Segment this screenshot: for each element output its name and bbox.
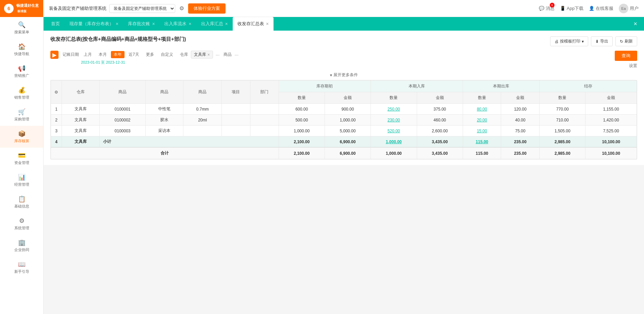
row-2-in-qty-link[interactable]: 230.00: [387, 118, 400, 122]
app-download-btn[interactable]: 📱 App下载: [560, 5, 583, 12]
filter-main: 记账日期 上月 本月 本年 近7天 更多 自定义 仓库 文: [63, 51, 607, 67]
sidebar-item-system[interactable]: ⚙ 系统管理: [0, 213, 43, 235]
total-out-amt: 235.00: [501, 147, 540, 159]
user-label: 用户: [630, 5, 639, 12]
print-btn[interactable]: 🖨 按模板打印 ▾: [550, 36, 588, 46]
sidebar-item-enterprise[interactable]: 🏢 企业协同: [0, 235, 43, 257]
total-closing-qty: 2,985.00: [540, 147, 585, 159]
tabbar: 首页 现存量（库存分布表） × 库存批次账 × 出入库流水 × 出入库汇总 × …: [44, 17, 644, 31]
row-2-closing-amt: 1,420.00: [585, 115, 637, 126]
row-3-goods-spec: [183, 126, 222, 136]
row-2-in-qty[interactable]: 230.00: [371, 115, 417, 126]
row-1-out-qty[interactable]: 80.00: [463, 104, 501, 115]
sidebar-item-label: 库存核算: [14, 138, 29, 144]
date-btn-this-month[interactable]: 本月: [96, 51, 110, 58]
subtotal-out-qty[interactable]: 115.00: [463, 136, 501, 148]
row-2-in-amt: 460.00: [417, 115, 463, 126]
setting-link[interactable]: 设置: [629, 63, 637, 69]
close-all-tabs-icon[interactable]: ×: [629, 20, 641, 28]
date-btn-more[interactable]: 更多: [143, 51, 157, 58]
row-1-in-qty[interactable]: 250.00: [371, 104, 417, 115]
subtotal-out-qty-link[interactable]: 115.00: [476, 139, 488, 144]
query-btn[interactable]: 查询: [615, 51, 637, 61]
col-project-header: 项目: [221, 81, 250, 104]
sales-icon: 💰: [18, 86, 26, 94]
tab-inventory-dist[interactable]: 现存量（库存分布表） ×: [65, 17, 123, 31]
warehouse-tag-label: 文具库: [194, 52, 206, 57]
tab-close-active-icon[interactable]: ×: [266, 21, 269, 27]
row-1-index: 1: [51, 104, 62, 115]
sidebar-item-inventory[interactable]: 📦 库存核算: [0, 126, 43, 148]
user-menu[interactable]: Ea 用户: [619, 4, 639, 13]
date-btn-7days[interactable]: 近7天: [126, 51, 142, 58]
sidebar-item-label: 快捷导航: [14, 51, 29, 56]
date-range-row: 2023-01-01 至 2023-12-31: [63, 60, 607, 65]
sidebar: 6 畅捷通好生意 标准版 🔍 搜索菜单 🏠 快捷导航 📢 营销推广 💰 销售管理…: [0, 0, 44, 314]
date-btn-last-month[interactable]: 上月: [81, 51, 95, 58]
sidebar-item-quick-nav[interactable]: 🏠 快捷导航: [0, 39, 43, 61]
tab-close-icon[interactable]: ×: [188, 21, 191, 27]
subtotal-index: 4: [51, 136, 62, 148]
date-filter: 记账日期 上月 本月 本年 近7天 更多 自定义: [63, 51, 176, 58]
warehouse-more-btn[interactable]: ···: [216, 52, 220, 57]
sidebar-item-operation[interactable]: 📊 经营管理: [0, 169, 43, 191]
tab-close-icon[interactable]: ×: [116, 21, 118, 27]
row-3-out-qty-link[interactable]: 15.00: [477, 129, 487, 133]
sidebar-item-label: 资金管理: [14, 160, 29, 165]
sidebar-item-sales[interactable]: 💰 销售管理: [0, 82, 43, 104]
tab-flow[interactable]: 出入库流水 ×: [160, 17, 196, 31]
row-2-out-amt: 40.00: [501, 115, 540, 126]
date-label: 记账日期: [63, 52, 79, 57]
sidebar-item-finance[interactable]: 💳 资金管理: [0, 148, 43, 169]
subtotal-in-qty-link[interactable]: 1,000.00: [386, 139, 402, 144]
refresh-btn[interactable]: ↻ 刷新: [615, 36, 637, 46]
col-closing-amt-header: 金额: [585, 92, 637, 104]
tab-close-icon[interactable]: ×: [152, 21, 155, 27]
messages-btn[interactable]: 💬 消息 6: [539, 5, 555, 12]
row-3-in-qty[interactable]: 520.00: [371, 126, 417, 136]
row-3-out-qty[interactable]: 15.00: [463, 126, 501, 136]
tab-home[interactable]: 首页: [46, 17, 65, 31]
experience-btn[interactable]: 体验行业方案: [188, 3, 226, 14]
date-btn-this-year[interactable]: 本年: [111, 51, 125, 58]
expand-more-label: 展开更多条件: [333, 72, 358, 78]
sidebar-item-search[interactable]: 🔍 搜索菜单: [0, 17, 43, 39]
expand-more-btn[interactable]: ▾ 展开更多条件: [330, 72, 358, 78]
row-2-goods-name: 胶水: [146, 115, 183, 126]
goods-more-btn[interactable]: ···: [234, 52, 238, 57]
row-2-opening-amt: 1,000.00: [325, 115, 370, 126]
page-actions: 🖨 按模板打印 ▾ ⬇ 导出 ↻ 刷新: [550, 36, 637, 46]
tab-close-icon[interactable]: ×: [225, 21, 228, 27]
col-opening-qty-header: 数量: [279, 92, 325, 104]
settings-icon[interactable]: ⚙: [178, 4, 185, 13]
tab-batch[interactable]: 库存批次账 ×: [123, 17, 160, 31]
online-service-btn[interactable]: 👤 在线客服: [589, 5, 613, 12]
tab-summary[interactable]: 出入库汇总 ×: [196, 17, 233, 31]
row-2-department: [250, 115, 279, 126]
row-1-closing-amt: 1,155.00: [585, 104, 637, 115]
system-select[interactable]: 装备及固定资产辅助管理系统: [109, 4, 175, 13]
col-closing-header: 结存: [540, 81, 637, 92]
subtotal-in-qty[interactable]: 1,000.00: [371, 136, 417, 148]
export-btn[interactable]: ⬇ 导出: [591, 36, 613, 46]
filter-expand-btn[interactable]: ▶: [50, 51, 59, 59]
col-opening-amt-header: 金额: [325, 92, 370, 104]
tab-recv-send[interactable]: 收发存汇总表 ×: [233, 17, 274, 31]
sidebar-item-guide[interactable]: 📖 新手引导: [0, 257, 43, 278]
search-icon: 🔍: [18, 21, 26, 29]
sidebar-item-marketing[interactable]: 📢 营销推广: [0, 61, 43, 82]
row-2-out-qty[interactable]: 20.00: [463, 115, 501, 126]
warehouse-tag-close[interactable]: ×: [208, 52, 210, 57]
row-3-in-qty-link[interactable]: 520.00: [387, 129, 400, 133]
sidebar-item-basic-info[interactable]: 📋 基础信息: [0, 191, 43, 213]
row-1-in-qty-link[interactable]: 250.00: [387, 107, 400, 112]
row-1-out-amt: 120.00: [501, 104, 540, 115]
col-goods-name-header: 商品: [146, 81, 183, 104]
col-settings-gear[interactable]: ⚙: [51, 81, 62, 104]
row-1-out-qty-link[interactable]: 80.00: [477, 107, 487, 112]
subtotal-out-amt: 235.00: [501, 136, 540, 148]
date-btn-custom[interactable]: 自定义: [158, 51, 176, 58]
sidebar-item-purchase[interactable]: 🛒 采购管理: [0, 104, 43, 126]
row-2-project: [221, 115, 250, 126]
row-2-out-qty-link[interactable]: 20.00: [477, 118, 487, 122]
